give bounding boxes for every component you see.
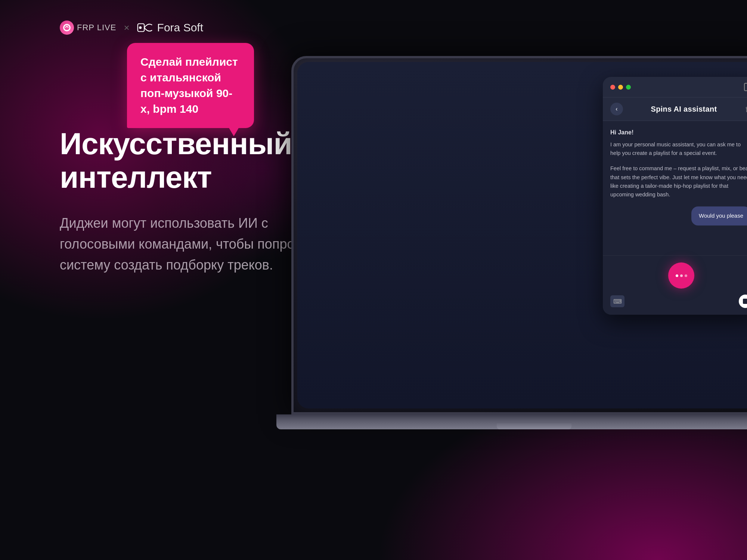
header: FRP LIVE × Fora Soft [60, 21, 203, 35]
chat-header-bar [603, 77, 747, 97]
ai-greeting: Hi Jane! [610, 129, 747, 136]
stop-square [743, 299, 747, 304]
frp-live-label: FRP LIVE [77, 23, 116, 32]
laptop-container: ‹ Spins AI assistant 🗑 Hi Jane! I am you… [273, 26, 747, 530]
speech-bubble: Сделай плейлист с итальянской поп-музыко… [127, 43, 254, 128]
window-dots [610, 85, 631, 90]
stop-button[interactable] [739, 295, 747, 308]
user-message-container: Would you please [610, 206, 747, 225]
voice-dot-3 [685, 274, 687, 277]
user-bubble: Would you please [691, 206, 747, 225]
chat-messages: Hi Jane! I am your personal music assist… [603, 121, 747, 255]
laptop: ‹ Spins AI assistant 🗑 Hi Jane! I am you… [291, 56, 747, 493]
dot-yellow [618, 85, 623, 90]
back-button[interactable]: ‹ [610, 103, 623, 115]
laptop-base [276, 414, 747, 429]
ai-message-2: Feel free to command me – request a play… [610, 164, 747, 199]
frp-logo-group: FRP LIVE [60, 21, 116, 35]
ai-message-1: I am your personal music assistant, you … [610, 140, 747, 158]
header-separator: × [124, 22, 129, 34]
fora-soft-logo: Fora Soft [137, 21, 203, 34]
laptop-screen: ‹ Spins AI assistant 🗑 Hi Jane! I am you… [291, 56, 747, 414]
voice-dots [676, 274, 687, 277]
window-share-icon [744, 83, 747, 91]
trash-button[interactable]: 🗑 [745, 105, 747, 113]
dot-red [610, 85, 615, 90]
dot-green [626, 85, 631, 90]
frp-icon [60, 21, 74, 35]
screen-content: ‹ Spins AI assistant 🗑 Hi Jane! I am you… [297, 62, 747, 408]
user-bubble-text: Would you please [699, 212, 743, 219]
chat-title: Spins AI assistant [651, 105, 717, 113]
speech-text: Сделай плейлист с итальянской поп-музыко… [140, 54, 241, 117]
chat-title-bar: ‹ Spins AI assistant 🗑 [603, 97, 747, 121]
voice-dot-1 [676, 274, 678, 277]
svg-point-2 [139, 27, 142, 29]
voice-dot-2 [680, 274, 683, 277]
chat-bottom: ⌨ [603, 255, 747, 315]
fora-icon [137, 21, 153, 34]
keyboard-button[interactable]: ⌨ [610, 295, 624, 307]
svg-point-0 [64, 25, 70, 31]
chat-controls-row: ⌨ [610, 295, 747, 308]
fora-soft-name: Fora Soft [157, 21, 203, 34]
laptop-screen-inner: ‹ Spins AI assistant 🗑 Hi Jane! I am you… [297, 62, 747, 408]
voice-indicator[interactable] [668, 262, 694, 289]
chat-panel: ‹ Spins AI assistant 🗑 Hi Jane! I am you… [603, 77, 747, 315]
